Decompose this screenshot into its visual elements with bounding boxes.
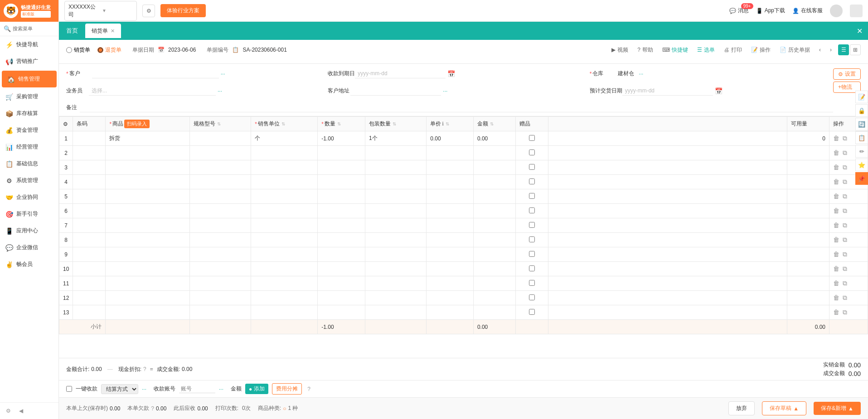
calc-method-select[interactable]: 结算方式: [101, 384, 138, 394]
due-date-calendar-icon[interactable]: 📅: [447, 70, 455, 77]
copy-row-3-icon[interactable]: ⧉: [843, 178, 847, 185]
row-unit-price-12[interactable]: [427, 305, 474, 320]
row-gift-9[interactable]: [515, 262, 548, 276]
row-gift-5[interactable]: [515, 204, 548, 218]
row-pack-qty-6[interactable]: [365, 218, 427, 233]
calc-method-picker-icon[interactable]: ···: [142, 386, 146, 392]
user-menu[interactable]: [850, 5, 863, 17]
row-unit-price-1[interactable]: [427, 146, 474, 160]
customer-input[interactable]: [92, 69, 219, 78]
copy-row-5-icon[interactable]: ⧉: [843, 207, 847, 214]
delete-row-7-icon[interactable]: 🗑: [833, 236, 839, 243]
toolbar-help-btn[interactable]: ? 帮助: [635, 45, 656, 55]
row-spec-12[interactable]: [189, 305, 251, 320]
row-product-11[interactable]: [106, 291, 190, 305]
row-gift-2[interactable]: [515, 160, 548, 175]
row-amount-9[interactable]: [473, 262, 515, 276]
sidebar-item-operations[interactable]: 📊 经营管理: [0, 139, 58, 155]
amount-sort-icon[interactable]: ⇅: [490, 121, 494, 126]
sidebar-item-vip[interactable]: ✌ 畅会员: [0, 256, 58, 273]
price-info-icon[interactable]: ℹ: [442, 121, 444, 127]
row-unit-12[interactable]: [251, 305, 318, 320]
radio-sales-input[interactable]: [66, 47, 72, 53]
row-barcode-2[interactable]: [73, 160, 106, 175]
row-product-5[interactable]: [106, 204, 190, 218]
discard-button[interactable]: 放弃: [728, 401, 755, 415]
search-menu[interactable]: 🔍 搜索菜单: [0, 22, 58, 36]
sidebar-item-inventory[interactable]: 📦 库存核算: [0, 105, 58, 122]
copy-row-9-icon[interactable]: ⧉: [843, 265, 847, 272]
sidebar-item-purchase[interactable]: 🛒 采购管理: [0, 88, 58, 105]
toolbar-print-btn[interactable]: 🖨 打印: [721, 45, 745, 55]
row-unit-price-3[interactable]: [427, 175, 474, 189]
row-unit-9[interactable]: [251, 262, 318, 276]
row-gift-0[interactable]: [515, 131, 548, 146]
tab-bar-close-icon[interactable]: ✕: [857, 27, 863, 35]
price-sort-icon[interactable]: ⇅: [446, 121, 449, 126]
row-gift-11[interactable]: [515, 291, 548, 305]
sidebar-item-marketing[interactable]: 📢 营销推广: [0, 53, 58, 70]
product-type-icon[interactable]: ○: [283, 405, 286, 412]
row-unit-price-11[interactable]: [427, 291, 474, 305]
payment-help-icon[interactable]: ?: [307, 386, 310, 392]
copy-row-0-icon[interactable]: ⧉: [843, 135, 847, 142]
copy-row-7-icon[interactable]: ⧉: [843, 236, 847, 243]
copy-row-4-icon[interactable]: ⧉: [843, 193, 847, 200]
delete-row-5-icon[interactable]: 🗑: [833, 207, 839, 214]
delete-row-10-icon[interactable]: 🗑: [833, 279, 839, 287]
settings-action-btn[interactable]: ⚙ 设置: [833, 68, 861, 80]
settings-footer-icon[interactable]: ⚙: [4, 406, 13, 415]
row-pack-qty-5[interactable]: [365, 204, 427, 218]
sidebar-item-system[interactable]: ⚙ 系统管理: [0, 172, 58, 189]
row-pack-qty-0[interactable]: 1个: [365, 131, 427, 146]
sidebar-item-shortcut[interactable]: ⚡ 快捷导航: [0, 36, 58, 53]
account-picker-icon[interactable]: ···: [219, 386, 223, 392]
radio-sales[interactable]: 销货单: [66, 46, 90, 54]
radio-return[interactable]: 退货单: [97, 46, 121, 54]
row-qty-3[interactable]: [318, 175, 365, 189]
row-amount-10[interactable]: [473, 276, 515, 291]
row-unit-5[interactable]: [251, 204, 318, 218]
row-unit-2[interactable]: [251, 160, 318, 175]
radio-return-input[interactable]: [97, 47, 103, 53]
row-spec-8[interactable]: [189, 247, 251, 262]
float-btn-5[interactable]: ⭐: [855, 159, 868, 171]
tab-close-icon[interactable]: ✕: [111, 28, 115, 34]
row-amount-7[interactable]: [473, 233, 515, 247]
row-barcode-9[interactable]: [73, 262, 106, 276]
row-unit-7[interactable]: [251, 233, 318, 247]
due-date-input[interactable]: [355, 69, 446, 78]
delete-row-2-icon[interactable]: 🗑: [833, 164, 839, 171]
copy-row-6-icon[interactable]: ⧉: [843, 222, 847, 229]
delete-row-6-icon[interactable]: 🗑: [833, 222, 839, 229]
row-gift-12[interactable]: [515, 305, 548, 320]
fee-split-btn[interactable]: 费用分摊: [272, 383, 302, 395]
row-qty-9[interactable]: [318, 262, 365, 276]
row-amount-1[interactable]: [473, 146, 515, 160]
toolbar-video-btn[interactable]: ▶ 视频: [609, 45, 631, 55]
float-btn-6[interactable]: 📌: [855, 172, 868, 185]
sidebar-item-wechat[interactable]: 💬 企业微信: [0, 239, 58, 256]
row-product-9[interactable]: [106, 262, 190, 276]
row-qty-1[interactable]: [318, 146, 365, 160]
copy-row-1-icon[interactable]: ⧉: [843, 149, 847, 156]
unit-sort-icon[interactable]: ⇅: [281, 121, 285, 126]
row-pack-qty-7[interactable]: [365, 233, 427, 247]
row-pack-qty-12[interactable]: [365, 305, 427, 320]
warehouse-picker-icon[interactable]: ···: [639, 71, 643, 77]
float-btn-3[interactable]: 📋: [855, 131, 868, 144]
row-unit-price-10[interactable]: [427, 276, 474, 291]
salesman-input[interactable]: [89, 86, 216, 96]
row-qty-4[interactable]: [318, 189, 365, 204]
row-unit-6[interactable]: [251, 218, 318, 233]
trial-button[interactable]: 体验行业方案: [160, 4, 206, 17]
row-gift-3[interactable]: [515, 175, 548, 189]
row-spec-5[interactable]: [189, 204, 251, 218]
delete-row-4-icon[interactable]: 🗑: [833, 193, 839, 200]
scan-barcode-btn[interactable]: 扫码录入: [124, 120, 150, 128]
row-qty-12[interactable]: [318, 305, 365, 320]
row-pack-qty-8[interactable]: [365, 247, 427, 262]
row-unit-0[interactable]: 个: [251, 131, 318, 146]
date-icon[interactable]: 📅: [158, 47, 165, 53]
row-unit-4[interactable]: [251, 189, 318, 204]
